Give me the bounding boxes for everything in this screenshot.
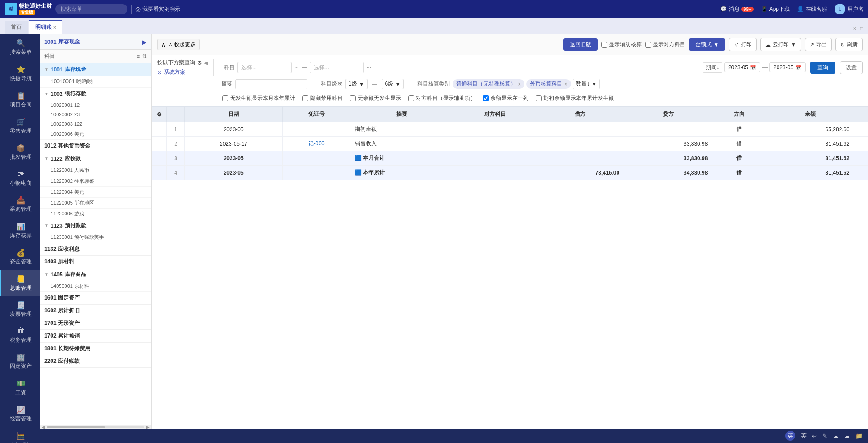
settings-btn[interactable]: 设置: [840, 61, 863, 74]
opt-no-balance[interactable]: 无余额无发生显示: [350, 95, 401, 102]
tag-close-0[interactable]: ×: [518, 81, 521, 87]
sidebar-item-purchase[interactable]: 📥 采购管理: [0, 191, 40, 218]
opt-initial-balance[interactable]: 期初余额显示本年累计发生额: [536, 95, 614, 102]
lang-toggle-btn[interactable]: 英: [785, 431, 795, 441]
account-child-10020006[interactable]: 10020006 美元: [40, 129, 151, 140]
sidebar-item-retail[interactable]: 🛒 零售管理: [0, 113, 40, 139]
opt-initial-balance-checkbox[interactable]: [536, 95, 542, 101]
print-btn[interactable]: 🖨 打印: [729, 38, 757, 51]
account-group-1002[interactable]: ▼ 1002 银行存款: [40, 88, 151, 100]
sidebar-item-ecommerce[interactable]: 🛍 小畅电商: [0, 166, 40, 191]
scroll-left-btn[interactable]: ◀: [42, 424, 45, 429]
summary-input[interactable]: [235, 79, 307, 89]
opt-contra-checkbox[interactable]: [408, 95, 414, 101]
account-child-10010001[interactable]: 10010001 哟哟哟: [40, 76, 151, 88]
account-child-11220001[interactable]: 11220001 人民币: [40, 165, 151, 176]
opt-no-balance-checkbox[interactable]: [350, 95, 356, 101]
account-group-1122[interactable]: ▼ 1122 应收款: [40, 152, 151, 165]
status-icon-2[interactable]: ↩: [812, 433, 817, 439]
opt-contra[interactable]: 对方科目（显示辅助项）: [408, 95, 476, 102]
show-assist-checkbox[interactable]: [601, 42, 607, 48]
tag-close-1[interactable]: ×: [564, 81, 567, 87]
maximize-window-btn[interactable]: □: [860, 25, 863, 32]
show-contra-check[interactable]: 显示对方科目: [645, 41, 685, 48]
sidebar-item-fixedasset[interactable]: 🏢 固定资产: [0, 348, 40, 375]
tab-ledger[interactable]: 明细账 ×: [29, 20, 62, 34]
sidebar-item-expense[interactable]: 🧮 小畅报销: [0, 427, 40, 443]
account-single-2202[interactable]: 2202 应付账款: [40, 355, 151, 368]
level-start-select[interactable]: 1级 ▼: [345, 79, 368, 89]
collapse-more-btn[interactable]: ∧ ∧ 收起更多: [157, 39, 200, 50]
cloud-print-btn[interactable]: ☁ 云打印 ▼: [760, 38, 801, 51]
sidebar-item-nav[interactable]: ⭐ 快捷导航: [0, 61, 40, 87]
account-child-10020002[interactable]: 10020002 23: [40, 110, 151, 119]
sidebar-item-tax[interactable]: 🏛 税务管理: [0, 323, 40, 348]
show-contra-checkbox[interactable]: [645, 42, 651, 48]
format-btn[interactable]: 金额式 ▼: [689, 38, 725, 51]
account-group-1405[interactable]: ▼ 1405 库存商品: [40, 268, 151, 281]
show-assist-check[interactable]: 显示辅助核算: [601, 41, 642, 48]
account-group-1012[interactable]: 1012 其他货币资金: [40, 140, 151, 152]
return-old-btn[interactable]: 退回旧版: [563, 38, 598, 51]
opt-hide-disabled-checkbox[interactable]: [302, 95, 308, 101]
online-service-btn[interactable]: 👤 在线客服: [797, 5, 827, 13]
account-single-1801[interactable]: 1801 长期待摊费用: [40, 343, 151, 355]
account-single-1132[interactable]: 1132 应收利息: [40, 243, 151, 256]
sidebar-item-project[interactable]: 📋 项目合同: [0, 87, 40, 113]
table-settings-icon[interactable]: ⚙: [157, 111, 162, 118]
status-icon-1[interactable]: 英: [801, 432, 807, 440]
tab-home[interactable]: 首页: [5, 21, 28, 34]
sidebar-item-search[interactable]: 🔍 搜索菜单: [0, 34, 40, 61]
scroll-right-btn[interactable]: ▶: [146, 424, 150, 429]
refresh-btn[interactable]: ↻ 刷新: [835, 38, 863, 51]
sidebar-item-ledger[interactable]: 📒 总账管理: [0, 270, 40, 296]
user-profile-btn[interactable]: U 用户名: [835, 4, 863, 14]
level-end-select[interactable]: 6级 ▼: [382, 79, 404, 89]
account-child-11220004[interactable]: 11220004 美元: [40, 187, 151, 198]
sidebar-item-management[interactable]: 📈 经营管理: [0, 401, 40, 427]
opt-balance-col[interactable]: 余额显示在一列: [483, 95, 528, 102]
account-group-1001[interactable]: ▼ 1001 库存现金: [40, 63, 151, 76]
message-btn[interactable]: 💬 消息 99+: [720, 5, 754, 13]
account-child-14050001[interactable]: 14050001 原材料: [40, 281, 151, 292]
opt-no-amount-checkbox[interactable]: [222, 95, 228, 101]
account-single-1701[interactable]: 1701 无形资产: [40, 317, 151, 330]
opt-hide-disabled[interactable]: 隐藏禁用科目: [302, 95, 343, 102]
status-icon-5[interactable]: ☁: [844, 433, 850, 439]
account-child-11220005[interactable]: 11220005 所在地区: [40, 198, 151, 209]
period-end[interactable]: 2023-05 📅: [769, 62, 806, 72]
sidebar-item-wholesale[interactable]: 📦 批发管理: [0, 139, 40, 166]
sidebar-item-inventory[interactable]: 📊 库存核算: [0, 218, 40, 244]
opt-balance-col-checkbox[interactable]: [483, 95, 489, 101]
demo-link[interactable]: ◎ 我要看实例演示: [135, 5, 180, 13]
sort-icon[interactable]: ⇅: [142, 53, 147, 60]
account-child-10020001[interactable]: 10020001 12: [40, 100, 151, 110]
account-single-1403[interactable]: 1403 原材料: [40, 256, 151, 268]
app-download-btn[interactable]: 📱 App下载: [761, 5, 790, 13]
quantity-select[interactable]: 数量↓ ▼: [573, 79, 600, 89]
query-btn[interactable]: 查询: [810, 62, 835, 74]
status-icon-6[interactable]: 📁: [855, 433, 863, 439]
list-icon[interactable]: ≡: [137, 53, 140, 60]
search-input[interactable]: [55, 4, 127, 14]
close-window-btn[interactable]: ×: [853, 25, 857, 32]
voucher-link-2[interactable]: 记-006: [308, 140, 325, 147]
subject-input-end[interactable]: 选择...: [310, 62, 364, 73]
account-single-1601[interactable]: 1601 固定资产: [40, 292, 151, 305]
sidebar-item-funds[interactable]: 💰 资金管理: [0, 244, 40, 270]
period-start[interactable]: 2023-05 📅: [724, 62, 760, 72]
account-group-1123[interactable]: ▼ 1123 预付账款: [40, 219, 151, 232]
export-btn[interactable]: ↗ 导出: [805, 38, 832, 51]
sidebar-item-salary[interactable]: 💵 工资: [0, 375, 40, 401]
nav-arrow-btn[interactable]: ▶: [142, 38, 147, 46]
account-child-11230001[interactable]: 11230001 预付账款美手: [40, 232, 151, 243]
status-icon-4[interactable]: ☁: [833, 433, 839, 439]
account-child-11220002[interactable]: 11220002 往来标签: [40, 176, 151, 187]
account-child-10020003[interactable]: 10020003 122: [40, 119, 151, 129]
collapse-arrow[interactable]: ◀: [204, 60, 208, 66]
tab-close-icon[interactable]: ×: [53, 25, 56, 30]
status-icon-3[interactable]: ✎: [822, 433, 827, 439]
sidebar-item-invoice[interactable]: 🧾 发票管理: [0, 296, 40, 323]
account-child-11220006[interactable]: 11220006 游戏: [40, 209, 151, 219]
opt-no-amount[interactable]: 无发生额显示本月本年累计: [222, 95, 295, 102]
